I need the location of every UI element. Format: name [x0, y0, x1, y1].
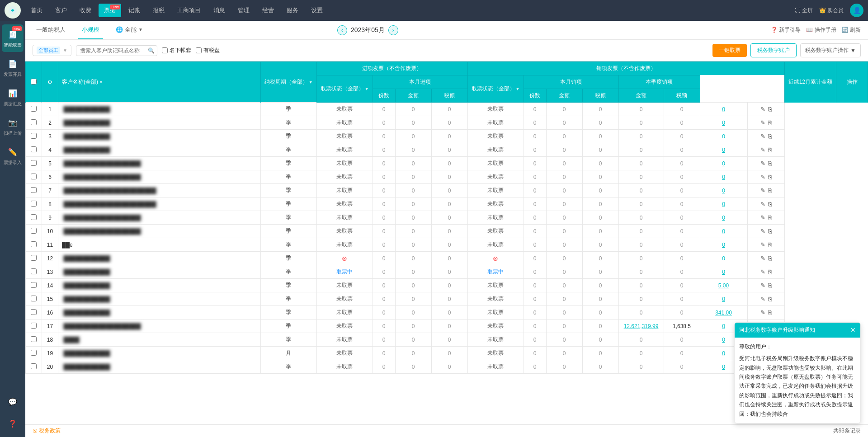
nav-bookkeeping[interactable]: 记账: [123, 4, 146, 17]
under-account-checkbox[interactable]: 名下帐套: [162, 47, 191, 54]
row-customer-name[interactable]: ████████████████████: [58, 320, 261, 333]
row-customer-name[interactable]: ████████████: [58, 347, 261, 360]
outgoing-status-filter[interactable]: 取票状态（全部） ▼: [472, 85, 520, 93]
row-customer-name[interactable]: ████████████: [58, 265, 261, 279]
copy-icon[interactable]: ⎘: [768, 187, 772, 194]
row-checkbox[interactable]: [26, 143, 42, 157]
fullscreen-btn[interactable]: ⛶ 全屏: [795, 7, 812, 14]
row-checkbox[interactable]: [26, 265, 42, 279]
edit-icon[interactable]: ✎: [760, 119, 765, 126]
sidebar-item-scan-upload[interactable]: 📷 扫描上传: [2, 113, 24, 140]
copy-icon[interactable]: ⎘: [768, 201, 772, 207]
nav-manage[interactable]: 管理: [232, 4, 255, 17]
edit-icon[interactable]: ✎: [760, 309, 765, 316]
search-input[interactable]: [76, 45, 157, 56]
row-customer-name[interactable]: ████████████: [58, 360, 261, 374]
new-guide-btn[interactable]: ❓ 新手引导: [771, 26, 801, 34]
edit-icon[interactable]: ✎: [760, 133, 765, 140]
sidebar-item-invoice-issue[interactable]: 📄 发票开具: [2, 54, 24, 81]
edit-icon[interactable]: ✎: [760, 160, 765, 167]
row-customer-name[interactable]: ████████████████████████: [58, 197, 261, 211]
row-customer-name[interactable]: ████████████████████████: [58, 184, 261, 197]
sidebar-item-message[interactable]: 💬: [2, 392, 24, 412]
copy-icon[interactable]: ⎘: [768, 255, 772, 262]
next-month-btn[interactable]: ›: [388, 25, 398, 35]
tab-small-scale[interactable]: 小规模: [78, 21, 103, 39]
row-customer-name[interactable]: ████: [58, 333, 261, 347]
row-customer-name[interactable]: ██e: [58, 238, 261, 252]
row-customer-name[interactable]: ████████████: [58, 103, 261, 116]
sidebar-item-ticket-summary[interactable]: 📊 票据汇总: [2, 83, 24, 111]
prev-month-btn[interactable]: ‹: [337, 25, 347, 35]
sidebar-item-help[interactable]: ❓: [2, 414, 24, 433]
nav-ticket[interactable]: 票据 new: [99, 4, 121, 17]
row-checkbox[interactable]: [26, 225, 42, 238]
incoming-status-filter[interactable]: 取票状态（全部） ▼: [321, 85, 369, 93]
copy-icon[interactable]: ⎘: [768, 119, 772, 126]
one-click-ticket-btn[interactable]: 一键取票: [712, 44, 747, 57]
row-customer-name[interactable]: ████████████: [58, 292, 261, 306]
copy-icon[interactable]: ⎘: [768, 309, 772, 316]
tab-general-taxpayer[interactable]: 一般纳税人: [33, 21, 69, 39]
has-tax-disk-input[interactable]: [196, 47, 202, 53]
notification-close-btn[interactable]: ✕: [850, 326, 856, 334]
row-customer-name[interactable]: ████████████: [58, 143, 261, 157]
row-checkbox[interactable]: [26, 170, 42, 184]
sidebar-item-ticket-entry[interactable]: ✏️ 票据录入: [2, 142, 24, 169]
nav-messages[interactable]: 消息: [208, 4, 231, 17]
nav-settings[interactable]: 设置: [306, 4, 328, 17]
edit-icon[interactable]: ✎: [760, 214, 765, 221]
edit-icon[interactable]: ✎: [760, 146, 765, 153]
row-customer-name[interactable]: ████████████: [58, 306, 261, 320]
edit-icon[interactable]: ✎: [760, 228, 765, 235]
cycle-filter[interactable]: 纳税周期（全部） ▼: [264, 78, 313, 86]
edit-icon[interactable]: ✎: [760, 201, 765, 207]
nav-business[interactable]: 工商项目: [172, 4, 206, 17]
copy-icon[interactable]: ⎘: [768, 282, 772, 289]
row-checkbox[interactable]: [26, 306, 42, 320]
sidebar-item-smart-ticket[interactable]: 🧾 智能取票 new: [2, 24, 24, 52]
row-checkbox[interactable]: [26, 211, 42, 225]
row-checkbox[interactable]: [26, 157, 42, 170]
nav-operation[interactable]: 经营: [257, 4, 279, 17]
copy-icon[interactable]: ⎘: [768, 268, 772, 275]
copy-icon[interactable]: ⎘: [768, 296, 772, 302]
digital-account-dropdown-btn[interactable]: 税务数字账户操作 ▼: [800, 43, 861, 57]
edit-icon[interactable]: ✎: [760, 187, 765, 194]
row-customer-name[interactable]: ████████████: [58, 130, 261, 143]
row-customer-name[interactable]: ████████████: [58, 279, 261, 292]
copy-icon[interactable]: ⎘: [768, 146, 772, 153]
nav-client[interactable]: 客户: [50, 4, 72, 17]
copy-icon[interactable]: ⎘: [768, 228, 772, 235]
row-customer-name[interactable]: ████████████: [58, 252, 261, 265]
copy-icon[interactable]: ⎘: [768, 241, 772, 248]
row-checkbox[interactable]: [26, 279, 42, 292]
row-checkbox[interactable]: [26, 360, 42, 374]
edit-icon[interactable]: ✎: [760, 255, 765, 262]
search-icon[interactable]: 🔍: [148, 47, 155, 54]
row-checkbox[interactable]: [26, 197, 42, 211]
row-customer-name[interactable]: ████████████: [58, 116, 261, 130]
manual-btn[interactable]: 📖 操作手册: [806, 26, 836, 34]
nav-tax[interactable]: 报税: [147, 4, 170, 17]
row-checkbox[interactable]: [26, 103, 42, 116]
copy-icon[interactable]: ⎘: [768, 160, 772, 167]
customer-filter[interactable]: 客户名称(全部) ▼: [62, 78, 103, 86]
user-avatar[interactable]: 👤: [850, 4, 863, 17]
nav-fee[interactable]: 收费: [74, 4, 97, 17]
nav-service[interactable]: 服务: [281, 4, 304, 17]
select-all-checkbox[interactable]: [31, 79, 37, 85]
under-account-input[interactable]: [162, 47, 168, 53]
row-checkbox[interactable]: [26, 333, 42, 347]
tax-policy-link[interactable]: ⑤ 税务政策: [33, 427, 61, 435]
row-checkbox[interactable]: [26, 116, 42, 130]
copy-icon[interactable]: ⎘: [768, 214, 772, 221]
row-customer-name[interactable]: ████████████████████: [58, 225, 261, 238]
edit-icon[interactable]: ✎: [760, 174, 765, 180]
row-checkbox[interactable]: [26, 292, 42, 306]
copy-icon[interactable]: ⎘: [768, 174, 772, 180]
row-customer-name[interactable]: ████████████████████: [58, 157, 261, 170]
row-checkbox[interactable]: [26, 252, 42, 265]
tab-all[interactable]: 🌐 全能 ▼: [112, 21, 146, 39]
nav-home[interactable]: 首页: [25, 4, 48, 17]
